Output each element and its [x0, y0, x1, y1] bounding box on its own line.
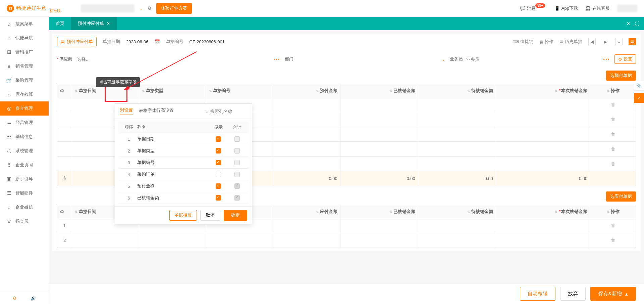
experience-plan-button[interactable]: 体验行业方案 [156, 3, 192, 14]
th-label: 应付金额 [320, 209, 337, 214]
popup-tab-columns[interactable]: 列设置 [120, 107, 133, 115]
sidebar-item-icon: ⌂ [6, 35, 12, 41]
delete-row-icon[interactable]: 🗑 [611, 102, 615, 107]
sidebar-item-13[interactable]: ○企业微信 [0, 200, 49, 214]
delete-row-icon[interactable]: 🗑 [611, 117, 615, 122]
delete-row-icon[interactable]: 🗑 [611, 238, 615, 243]
sort-icon: ⇅ [389, 89, 392, 93]
popup-row-name: 单据类型 [137, 148, 209, 154]
clerk-more-icon[interactable]: ••• [603, 57, 610, 62]
sidebar-item-5[interactable]: ⌂库存核算 [0, 87, 49, 101]
delete-row-icon[interactable]: 🗑 [611, 161, 615, 166]
sidebar-item-0[interactable]: ⌕搜索菜单 [0, 17, 49, 31]
sidebar-item-1[interactable]: ⌂快捷导航 [0, 31, 49, 45]
sidebar-item-3[interactable]: ¥销售管理 [0, 59, 49, 73]
expand-icon[interactable]: ⤢ [634, 93, 644, 103]
tab-1[interactable]: 预付冲应付单✕ [71, 17, 117, 30]
pick-prepay-button[interactable]: 选预付单据 [606, 71, 636, 81]
sum-checkbox[interactable] [234, 195, 240, 201]
supplier-more-icon[interactable]: ••• [273, 57, 280, 62]
table-row[interactable]: 2🗑 [57, 233, 636, 248]
delete-row-icon[interactable]: 🗑 [611, 146, 615, 151]
th-5[interactable]: ⇅待核销金额 [418, 205, 496, 218]
ops-link[interactable]: ▦操作 [539, 39, 553, 45]
settings-icon[interactable]: ⚙ [13, 296, 17, 301]
sidebar-item-14[interactable]: V畅会员 [0, 214, 49, 228]
popup-ok-button[interactable]: 确定 [224, 210, 247, 221]
row-index [57, 112, 72, 127]
th-7[interactable]: ⇅操作 [590, 205, 636, 218]
customer-service-link[interactable]: 🎧 在线客服 [585, 5, 610, 11]
th-3[interactable]: ⇅预付金额 [273, 84, 340, 97]
calendar-icon[interactable]: 📅 [155, 39, 160, 44]
th-7[interactable]: ⇅操作 [590, 84, 636, 97]
speaker-icon[interactable]: 🔊 [31, 296, 36, 301]
th-5[interactable]: ⇅待核销金额 [418, 84, 496, 97]
th-4[interactable]: ⇅已核销金额 [340, 205, 418, 218]
doc-no-value: CF-20230606-001 [190, 39, 225, 44]
history-link[interactable]: ▤历史单据 [559, 39, 582, 45]
column-gear-button[interactable]: ⚙ [57, 205, 72, 218]
doc-type-chip[interactable]: ▤ 预付冲应付单 [57, 37, 97, 46]
popup-template-button[interactable]: 单据模板 [169, 210, 197, 221]
show-checkbox[interactable] [216, 160, 221, 165]
th-6[interactable]: ⇅*本次核销金额 [496, 84, 590, 97]
sidebar-item-7[interactable]: ≣经营管理 [0, 116, 49, 130]
th-4[interactable]: ⇅已核销金额 [340, 84, 418, 97]
user-avatar-blur[interactable] [617, 5, 637, 12]
view-detail-button[interactable]: ▤ [629, 38, 636, 45]
nav-prev-button[interactable]: ◀ [588, 38, 596, 45]
sidebar-item-4[interactable]: 🛒采购管理 [0, 73, 49, 87]
gear-icon[interactable]: ⚙ [148, 6, 152, 11]
sidebar-item-6[interactable]: ◎资金管理 [0, 101, 49, 116]
view-list-button[interactable]: ≡ [615, 38, 623, 45]
popup-row-3: 4采购订单 [118, 169, 249, 180]
attachment-icon[interactable]: 📎 [634, 81, 644, 91]
tab-0[interactable]: 首页 [49, 17, 71, 30]
delete-row-icon[interactable]: 🗑 [611, 223, 615, 228]
delete-row-icon[interactable]: 🗑 [611, 132, 615, 137]
column-gear-button[interactable]: ⚙ [57, 84, 72, 97]
save-and-new-button[interactable]: 保存&新增 ▴ [590, 287, 636, 301]
sum-checkbox[interactable] [234, 183, 240, 189]
tab-close-icon[interactable]: ✕ [107, 21, 110, 26]
sidebar-item-10[interactable]: ⇪企业协同 [0, 158, 49, 172]
doc-bar: ▤ 预付冲应付单 单据日期 2023-06-06 📅 单据编号 CF-20230… [52, 34, 641, 50]
th-6[interactable]: ⇅*本次核销金额 [496, 205, 590, 218]
pick-payable-button[interactable]: 选应付单据 [606, 191, 636, 202]
app-download-link[interactable]: 📱 App下载 [554, 5, 578, 11]
nav-next-button[interactable]: ▶ [602, 38, 609, 45]
doc-date-value[interactable]: 2023-06-06 [126, 39, 149, 44]
show-checkbox[interactable] [216, 172, 221, 177]
clerk-input[interactable] [466, 57, 493, 62]
messages-link[interactable]: 💬 消息 99+ [520, 5, 547, 11]
hotkey-link[interactable]: ⌨快捷键 [513, 39, 533, 45]
th-2[interactable]: ⇅单据编号 [206, 84, 273, 97]
popup-cancel-button[interactable]: 取消 [200, 210, 220, 221]
org-selector-blur[interactable] [81, 4, 135, 12]
sidebar-item-11[interactable]: ▣新手引导 [0, 172, 49, 186]
settings-button[interactable]: ⚙ 设置 [614, 54, 636, 64]
auto-writeoff-button[interactable]: 自动核销 [520, 287, 555, 301]
show-checkbox[interactable] [216, 183, 221, 189]
dept-caret-down-icon[interactable]: ⌄ [441, 57, 445, 62]
sidebar-item-2[interactable]: ⊞营销推广 [0, 45, 49, 59]
sidebar-item-12[interactable]: ☰智能硬件 [0, 186, 49, 200]
org-caret-icon[interactable]: ⌄ [139, 6, 143, 11]
popup-tab-font[interactable]: 表格字体行高设置 [139, 107, 174, 115]
supplier-input[interactable] [77, 57, 104, 62]
popup-search-input[interactable] [210, 109, 247, 114]
show-checkbox[interactable] [216, 195, 221, 201]
discard-button[interactable]: 放弃 [560, 287, 586, 301]
sidebar-item-8[interactable]: ☷基础信息 [0, 130, 49, 144]
svg-line-0 [124, 52, 197, 90]
popup-row-name: 已核销金额 [137, 195, 209, 201]
show-checkbox[interactable] [216, 136, 221, 142]
show-checkbox[interactable] [216, 148, 221, 154]
sidebar-footer: ⚙ 🔊 [0, 292, 49, 304]
sidebar-item-9[interactable]: ◌系统管理 [0, 144, 49, 158]
gear-icon: ⚙ [618, 57, 622, 62]
tab-close-icon[interactable]: ✕ [627, 21, 630, 26]
tab-expand-icon[interactable]: ⛶ [635, 21, 639, 26]
th-3[interactable]: ⇅应付金额 [273, 205, 340, 218]
